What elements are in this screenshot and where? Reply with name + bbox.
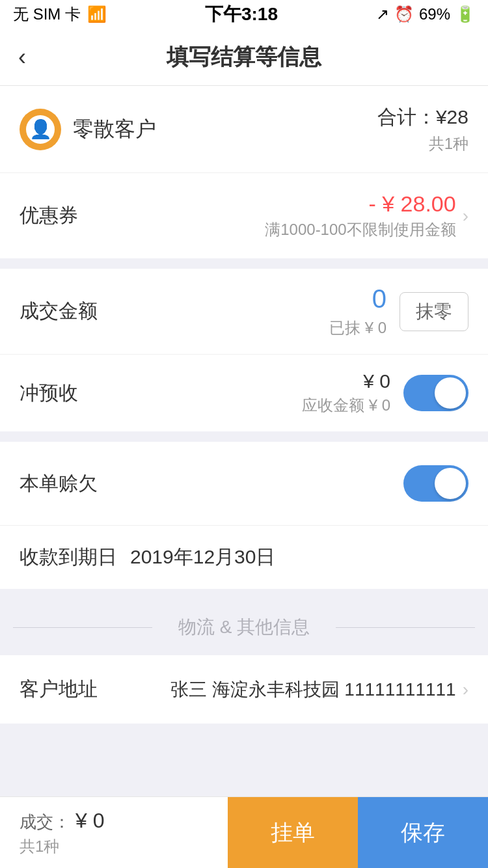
credit-toggle-knob: [435, 468, 466, 499]
prepay-right: ¥ 0 应收金额 ¥ 0: [302, 370, 468, 416]
round-zero-button[interactable]: 抹零: [400, 292, 468, 331]
status-time: 下午3:18: [205, 2, 278, 27]
address-value: 张三 海淀永丰科技园 11111111111: [170, 677, 456, 702]
bottom-amount: ¥ 0: [75, 809, 104, 833]
status-bar: 无 SIM 卡 📶 下午3:18 ↗ ⏰ 69% 🔋: [0, 0, 488, 29]
customer-name: 零散客户: [73, 115, 156, 144]
prepay-toggle[interactable]: [403, 375, 468, 411]
customer-row: 👤 零散客户 合计：¥28 共1种: [0, 86, 488, 172]
status-right: ↗ ⏰ 69% 🔋: [376, 5, 475, 23]
coupon-right: - ¥ 28.00 满1000-100不限制使用金额 ›: [265, 191, 468, 240]
bottom-transaction-label: 成交：: [20, 811, 70, 834]
due-date-row: 收款到期日 2019年12月30日: [0, 525, 488, 589]
credit-label: 本单赊欠: [20, 470, 98, 497]
alarm-icon: ⏰: [394, 5, 414, 23]
address-label: 客户地址: [20, 676, 98, 703]
avatar: 👤: [20, 109, 61, 150]
prepay-amount: ¥ 0: [302, 370, 390, 392]
amount-section: 成交金额 0 已抹 ¥ 0 抹零 冲预收 ¥ 0 应收金额 ¥ 0: [0, 269, 488, 431]
divider-line-left: [13, 627, 152, 628]
hold-button[interactable]: 挂单: [228, 797, 358, 869]
bottom-info: 成交： ¥ 0 共1种: [0, 809, 228, 857]
coupon-desc: 满1000-100不限制使用金额: [265, 219, 455, 240]
due-date-label: 收款到期日: [20, 544, 117, 571]
back-button[interactable]: ‹: [18, 44, 26, 71]
total-count: 共1种: [377, 133, 468, 154]
location-icon: ↗: [376, 5, 389, 23]
amount-value-col: 0 已抹 ¥ 0: [329, 284, 386, 338]
customer-right: 合计：¥28 共1种: [377, 104, 468, 154]
credit-section: 本单赊欠 收款到期日 2019年12月30日: [0, 442, 488, 589]
credit-row: 本单赊欠: [0, 442, 488, 525]
prepay-sub: 应收金额 ¥ 0: [302, 395, 390, 416]
bottom-count: 共1种: [20, 836, 208, 857]
customer-left: 👤 零散客户: [20, 109, 156, 150]
chevron-right-icon: ›: [463, 206, 468, 226]
amount-sub: 已抹 ¥ 0: [329, 318, 386, 338]
address-section: 客户地址 张三 海淀永丰科技园 11111111111 ›: [0, 655, 488, 724]
prepay-values: ¥ 0 应收金额 ¥ 0: [302, 370, 390, 416]
avatar-icon: 👤: [26, 115, 55, 144]
no-sim-text: 无 SIM 卡: [13, 4, 81, 25]
status-left: 无 SIM 卡 📶: [13, 4, 107, 25]
coupon-row[interactable]: 优惠券 - ¥ 28.00 满1000-100不限制使用金额 ›: [0, 172, 488, 258]
amount-right: 0 已抹 ¥ 0 抹零: [329, 284, 468, 338]
save-button[interactable]: 保存: [358, 797, 488, 869]
battery-text: 69%: [419, 5, 450, 23]
page-title: 填写结算等信息: [167, 42, 321, 72]
bottom-bar: 成交： ¥ 0 共1种 挂单 保存: [0, 796, 488, 868]
prepay-label: 冲预收: [20, 380, 78, 407]
coupon-discount: - ¥ 28.00: [265, 191, 455, 217]
coupon-label: 优惠券: [20, 202, 78, 229]
wifi-icon: 📶: [87, 5, 107, 23]
customer-section: 👤 零散客户 合计：¥28 共1种 优惠券 - ¥ 28.00 满1000-10…: [0, 86, 488, 258]
divider-line-right: [336, 627, 475, 628]
prepay-row: 冲预收 ¥ 0 应收金额 ¥ 0: [0, 354, 488, 431]
logistics-label: 物流 & 其他信息: [178, 615, 310, 640]
battery-icon: 🔋: [455, 5, 475, 23]
address-right: 张三 海淀永丰科技园 11111111111 ›: [98, 677, 468, 702]
amount-label: 成交金额: [20, 298, 98, 325]
amount-row: 成交金额 0 已抹 ¥ 0 抹零: [0, 269, 488, 354]
due-date-value: 2019年12月30日: [130, 544, 275, 571]
amount-value: 0: [329, 284, 386, 314]
coupon-value: - ¥ 28.00 满1000-100不限制使用金额: [265, 191, 455, 240]
address-chevron-icon: ›: [463, 679, 468, 700]
credit-toggle[interactable]: [403, 465, 468, 502]
nav-bar: ‹ 填写结算等信息: [0, 29, 488, 86]
logistics-divider: 物流 & 其他信息: [0, 599, 488, 655]
total-price: 合计：¥28: [377, 104, 468, 131]
toggle-knob: [435, 377, 466, 409]
address-row[interactable]: 客户地址 张三 海淀永丰科技园 11111111111 ›: [0, 655, 488, 724]
